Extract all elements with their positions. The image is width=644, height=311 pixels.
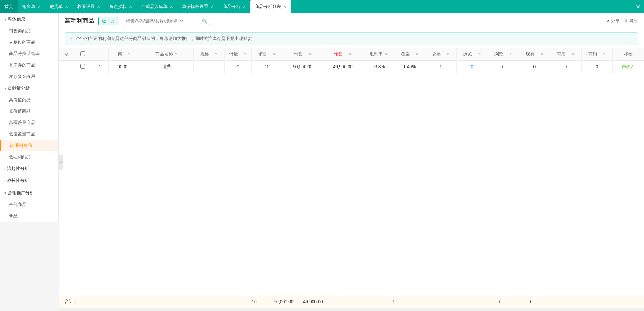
select-all-checkbox[interactable] (80, 51, 85, 56)
sort-icon[interactable]: ⇅ (509, 52, 512, 56)
cell-gross-rate: 99.8% (363, 61, 394, 73)
sidebar-group-overall[interactable]: ▾ 整体信息 (0, 13, 58, 25)
export-button[interactable]: ⬇ 导出 (624, 18, 638, 24)
header-actions: ↗ 分享 ⬇ 导出 (606, 18, 638, 24)
data-table: ⚙ 商... ⇅ 商品名称 ⇅ (59, 48, 644, 73)
th-sale-qty: 销售... ⇅ (251, 48, 283, 61)
search-input[interactable] (126, 19, 202, 24)
sort-icon[interactable]: ⇅ (175, 52, 178, 56)
footer-sale-cost: 49,900.00 (298, 299, 328, 304)
sort-icon[interactable]: ⇅ (385, 52, 388, 56)
sidebar-item-category-rate[interactable]: 商品分类助销率 (0, 48, 58, 59)
sidebar-item-high-margin[interactable]: 高毛利商品 (0, 140, 58, 151)
th-checkbox (75, 48, 91, 61)
cell-spec (194, 61, 225, 73)
main-container: ▾ 整体信息 销售类商品 交易过的商品 商品分类助销率 有库存的商品 库存资金占… (0, 13, 644, 311)
sort-icon[interactable]: ⇅ (447, 52, 450, 56)
arrow-right-icon: › (4, 167, 6, 171)
tab-purchase[interactable]: 进货单 ✕ (45, 0, 73, 13)
tab-permission[interactable]: 权限设置 ✕ (73, 0, 105, 13)
arrow-icon: ▾ (4, 191, 6, 195)
close-icon[interactable]: ✕ (129, 4, 132, 9)
th-sellable: 可销... ⇅ (581, 48, 612, 61)
cell-sellable: 0 (581, 61, 612, 73)
sort-icon[interactable]: ⇅ (478, 52, 481, 56)
sidebar-group-marketing[interactable]: ▾ 营销推广分析 (0, 187, 58, 199)
close-icon[interactable]: ✕ (211, 4, 214, 9)
sidebar-item-high-coverage[interactable]: 高覆盖量商品 (0, 117, 58, 129)
table-container: ⚙ 商... ⇅ 商品名称 ⇅ (59, 48, 644, 295)
close-icon[interactable]: ✕ (37, 4, 41, 9)
tab-analysis[interactable]: 商品分析 ✕ (218, 0, 250, 13)
th-sale-amount: 销售... ⇅ (283, 48, 323, 61)
sort-icon[interactable]: ⇅ (349, 52, 352, 56)
sort-icon[interactable]: ⇅ (128, 52, 131, 56)
sort-icon[interactable]: ⇅ (603, 52, 606, 56)
th-gross-rate: 毛利率 ⇅ (363, 48, 394, 61)
row-checkbox[interactable] (80, 64, 85, 69)
sidebar-wrapper: ▾ 整体信息 销售类商品 交易过的商品 商品分类助销率 有库存的商品 库存资金占… (0, 13, 59, 311)
sidebar-collapse-button[interactable]: « (59, 155, 63, 170)
tab-template[interactable]: 单据模板设置 ✕ (177, 0, 218, 13)
tab-sales-order[interactable]: 销售单 ✕ (18, 0, 45, 13)
sidebar-item-low-margin[interactable]: 低毛利商品 (0, 151, 58, 163)
sidebar-item-new-goods[interactable]: 新品 (0, 210, 58, 222)
sort-icon[interactable]: ⇅ (540, 52, 543, 56)
cell-unit: 个 (224, 61, 251, 73)
top-nav: 首页 销售单 ✕ 进货单 ✕ 权限设置 ✕ 角色授权 ✕ 产成品入库单 ✕ 单据… (0, 0, 644, 13)
sidebar-item-low-coverage[interactable]: 低覆盖量商品 (0, 129, 58, 140)
sort-icon[interactable]: ⇅ (244, 52, 247, 56)
sort-icon[interactable]: ⇅ (273, 52, 276, 56)
cell-checkbox[interactable] (75, 61, 91, 73)
sidebar-item-sales-goods[interactable]: 销售类商品 (0, 25, 58, 37)
search-icon[interactable]: 🔍 (202, 19, 208, 24)
bottom-scrollbar[interactable] (59, 308, 644, 311)
settings-icon[interactable]: ⚙ (65, 52, 69, 57)
th-sale-cost: 销售... ⇅ (323, 48, 363, 61)
th-code: 商... ⇅ (109, 48, 140, 61)
sidebar-item-in-stock[interactable]: 有库存的商品 (0, 59, 58, 71)
close-icon[interactable]: ✕ (283, 4, 287, 9)
th-spec: 规格... ⇅ (194, 48, 225, 61)
tab-home[interactable]: 首页 (0, 0, 18, 13)
sidebar-group-growth[interactable]: › 成长性分析 (0, 175, 58, 187)
sidebar-item-traded-goods[interactable]: 交易过的商品 (0, 37, 58, 48)
search-box: 🔍 (123, 18, 211, 25)
sidebar-item-stock-fund[interactable]: 库存资金占用 (0, 71, 58, 82)
cell-browse2: 0 (488, 61, 519, 73)
sidebar-group-flow[interactable]: › 流趋性分析 (0, 163, 58, 175)
close-all-button[interactable]: ✕ (632, 3, 644, 10)
sidebar-item-high-value[interactable]: 高价值商品 (0, 94, 58, 106)
th-settings[interactable]: ⚙ (59, 48, 75, 61)
tab-role[interactable]: 角色授权 ✕ (105, 0, 137, 13)
sidebar-group-contribution[interactable]: ▾ 贡献量分析 (0, 82, 58, 94)
cell-coverage: 1.49% (394, 61, 425, 73)
th-num (91, 48, 109, 61)
cell-browse1[interactable]: 0 (457, 61, 488, 73)
footer-trade: 1 (379, 299, 409, 304)
table-row: 1 0000... 运费 个 10 50,000.00 49,900.00 99… (59, 61, 644, 73)
sidebar-item-all-goods[interactable]: 全部商品 (0, 199, 58, 210)
close-icon[interactable]: ✕ (242, 4, 246, 9)
sort-icon[interactable]: ⇅ (572, 52, 575, 56)
sort-icon[interactable]: ⇅ (215, 52, 218, 56)
sort-icon[interactable]: ⇅ (309, 52, 312, 56)
footer-available: 0 (486, 299, 515, 304)
close-icon[interactable]: ✕ (65, 4, 68, 9)
share-button[interactable]: ↗ 分享 (606, 18, 620, 24)
content-area: 高毛利商品 近一月 🔍 ↗ 分享 ⬇ 导出 ☆ 企业的主要的利润都是这部分商品创… (59, 13, 644, 311)
th-unit: 计量... ⇅ (224, 48, 251, 61)
th-browse1: 浏览... ⇅ (457, 48, 488, 61)
tab-production[interactable]: 产成品入库单 ✕ (137, 0, 177, 13)
footer-sellable: 0 (515, 299, 544, 304)
time-filter-button[interactable]: 近一月 (98, 17, 118, 25)
page-title: 高毛利商品 (65, 17, 94, 25)
sort-icon[interactable]: ⇅ (415, 52, 418, 56)
th-name: 商品名称 ⇅ (140, 48, 194, 61)
sidebar-item-low-value[interactable]: 低价值商品 (0, 106, 58, 117)
export-icon: ⬇ (624, 19, 628, 24)
cell-num: 1 (91, 61, 109, 73)
tab-analysis-list[interactable]: 商品分析列表 ✕ (250, 0, 291, 13)
close-icon[interactable]: ✕ (97, 4, 100, 9)
close-icon[interactable]: ✕ (170, 4, 173, 9)
